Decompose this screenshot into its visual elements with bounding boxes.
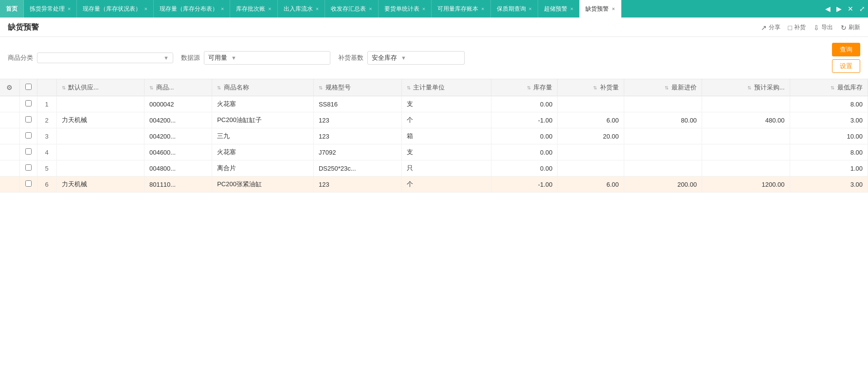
tab-label-inout-flow: 出入库流水	[284, 5, 313, 13]
row-gear-5	[0, 176, 19, 193]
tab-close-inventory-dist[interactable]: ×	[221, 6, 224, 12]
row-price-5: 200.00	[624, 176, 702, 193]
tab-close-inout-flow[interactable]: ×	[316, 6, 319, 12]
tab-close-all[interactable]: ✕	[845, 0, 856, 18]
row-name-2: 三九	[212, 128, 314, 144]
row-code-4: 004800...	[144, 160, 212, 176]
tab-label-available-ledger: 可用量库存账本	[437, 5, 478, 13]
col-latest-price-header[interactable]: ⇅ 最新进价	[624, 79, 702, 96]
tab-item-order-stats[interactable]: 要货单统计表×	[379, 0, 432, 18]
col-supplier-header[interactable]: ⇅ 默认供应...	[56, 79, 144, 96]
tab-close-expiry-query[interactable]: ×	[529, 6, 532, 12]
tab-item-available-ledger[interactable]: 可用量库存账本×	[432, 0, 490, 18]
tab-item-inventory-dist[interactable]: 现存量（库存分布表）×	[154, 0, 230, 18]
row-replenish-5: 6.00	[558, 176, 624, 193]
row-num-0: 1	[37, 96, 56, 112]
page-header: 缺货预警 ↗ 分享 □ 补货 ⇩ 导出 ↻ 刷新	[0, 18, 868, 37]
col-est-purchase-header[interactable]: ⇅ 预计采购...	[702, 79, 790, 96]
tab-item-receive-summary[interactable]: 收发存汇总表×	[325, 0, 378, 18]
row-supplier-2	[56, 128, 144, 144]
tab-close-batch-account[interactable]: ×	[268, 6, 271, 12]
select-all-checkbox[interactable]	[25, 84, 32, 90]
tab-close-overstock[interactable]: ×	[570, 6, 573, 12]
tab-close-receive-summary[interactable]: ×	[369, 6, 372, 12]
col-code-header[interactable]: ⇅ 商品...	[144, 79, 212, 96]
est-purchase-sort-icon: ⇅	[747, 85, 751, 90]
spec-sort-icon: ⇅	[319, 85, 323, 90]
col-gear-header: ⚙	[0, 79, 19, 96]
row-replenish-1: 6.00	[558, 112, 624, 128]
replenish-base-select[interactable]: 安全库存 ▼	[367, 51, 465, 65]
col-stock-header[interactable]: ⇅ 库存量	[491, 79, 558, 96]
stock-sort-icon: ⇅	[527, 85, 531, 90]
row-min-stock-5: 3.00	[790, 176, 868, 193]
filter-right-buttons: 查询 设置	[832, 43, 860, 73]
tab-close-abnormal[interactable]: ×	[68, 6, 71, 12]
tab-label-overstock: 超储预警	[544, 5, 567, 13]
replenish-base-filter-group: 补货基数 安全库存 ▼	[338, 51, 465, 65]
tab-label-home: 首页	[6, 5, 18, 13]
row-gear-3	[0, 144, 19, 160]
tab-scroll-left[interactable]: ◀	[822, 0, 833, 18]
datasource-dropdown-icon: ▼	[231, 55, 236, 61]
tab-item-abnormal[interactable]: 拣货异常处理×	[24, 0, 77, 18]
row-supplier-1: 力天机械	[56, 112, 144, 128]
row-checkbox-2[interactable]	[25, 132, 32, 139]
tab-close-shortage[interactable]: ×	[612, 6, 615, 12]
row-min-stock-3: 8.00	[790, 144, 868, 160]
page-title: 缺货预警	[8, 22, 39, 33]
row-stock-1: -1.00	[491, 112, 558, 128]
col-min-stock-header[interactable]: ⇅ 最低库存	[790, 79, 868, 96]
min-stock-sort-icon: ⇅	[831, 85, 834, 90]
row-est-purchase-5: 1200.00	[702, 176, 790, 193]
replenish-base-label: 补货基数	[338, 53, 363, 62]
tab-close-order-stats[interactable]: ×	[422, 6, 425, 12]
tab-item-inout-flow[interactable]: 出入库流水×	[278, 0, 325, 18]
tab-item-overstock[interactable]: 超储预警×	[538, 0, 579, 18]
col-unit-header[interactable]: ⇅ 主计量单位	[401, 79, 491, 96]
row-price-1: 80.00	[624, 112, 702, 128]
category-filter-group: 商品分类 ▼	[8, 53, 173, 63]
refresh-button[interactable]: ↻ 刷新	[841, 23, 860, 32]
export-button[interactable]: ⇩ 导出	[814, 23, 833, 32]
tab-close-inventory-status[interactable]: ×	[144, 6, 147, 12]
tab-scroll-right[interactable]: ▶	[833, 0, 845, 18]
query-button[interactable]: 查询	[832, 43, 860, 56]
row-replenish-2: 20.00	[558, 128, 624, 144]
col-num-header	[37, 79, 56, 96]
col-name-header[interactable]: ⇅ 商品名称	[212, 79, 314, 96]
settings-button[interactable]: 设置	[832, 59, 860, 73]
row-check-2	[19, 128, 37, 144]
replenish-base-value: 安全库存	[372, 53, 397, 62]
tab-item-inventory-status[interactable]: 现存量（库存状况表）×	[77, 0, 153, 18]
share-button[interactable]: ↗ 分享	[761, 23, 780, 32]
tab-item-expiry-query[interactable]: 保质期查询×	[491, 0, 538, 18]
row-checkbox-5[interactable]	[25, 180, 32, 187]
tab-item-batch-account[interactable]: 库存批次账×	[230, 0, 277, 18]
col-spec-header[interactable]: ⇅ 规格型号	[313, 79, 401, 96]
tab-item-shortage[interactable]: 缺货预警×	[579, 0, 621, 18]
row-code-0: 0000042	[144, 96, 212, 112]
tab-expand[interactable]: ⤢	[856, 0, 868, 18]
row-unit-2: 箱	[401, 128, 491, 144]
row-spec-0: SS816	[313, 96, 401, 112]
replenish-button[interactable]: □ 补货	[788, 23, 806, 32]
share-icon: ↗	[761, 24, 767, 32]
row-stock-2: 0.00	[491, 128, 558, 144]
row-checkbox-4[interactable]	[25, 164, 32, 171]
row-checkbox-3[interactable]	[25, 148, 32, 155]
row-stock-3: 0.00	[491, 144, 558, 160]
datasource-value: 可用量	[208, 53, 227, 62]
tab-close-available-ledger[interactable]: ×	[481, 6, 484, 12]
datasource-select[interactable]: 可用量 ▼	[204, 51, 330, 65]
category-select[interactable]: ▼	[37, 53, 173, 63]
row-checkbox-1[interactable]	[25, 116, 32, 123]
gear-settings-button[interactable]: ⚙	[6, 84, 13, 91]
tab-item-home[interactable]: 首页	[0, 0, 24, 18]
main-content: 缺货预警 ↗ 分享 □ 补货 ⇩ 导出 ↻ 刷新 商品分类	[0, 18, 868, 387]
row-checkbox-0[interactable]	[25, 100, 32, 106]
table-row: 5 004800... 离合片 DS250*23c... 只 0.00 1.00	[0, 160, 868, 176]
col-replenish-header[interactable]: ⇅ 补货量	[558, 79, 624, 96]
table-row: 6 力天机械 801110... PC200张紧油缸 123 个 -1.00 6…	[0, 176, 868, 193]
row-spec-3: J7092	[313, 144, 401, 160]
